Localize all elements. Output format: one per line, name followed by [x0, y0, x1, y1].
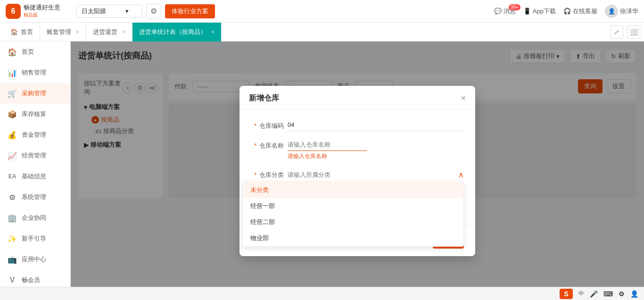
category-select[interactable]: ∧ 未分类 经营一部 经营二部 物业部 — [288, 168, 464, 182]
corp-icon: 🏢 — [8, 213, 17, 223]
category-dropdown: 未分类 经营一部 经营二部 物业部 — [242, 182, 464, 247]
chevron-up-icon[interactable]: ∧ — [458, 170, 464, 179]
keyboard-icon: ⌨ — [603, 290, 613, 298]
tab-accounts[interactable]: 账套管理 × — [40, 23, 86, 42]
user-bottom-icon: 👤 — [630, 290, 638, 298]
content-area: 进货单统计(按商品) 🖨 按模板打印 ▾ ⬆ 导出 ↻ 刷新 — [71, 42, 644, 300]
sidebar-item-sales[interactable]: 📊 销售管理 — [0, 62, 70, 83]
topbar-right: 💬 消息 99+ 📱 App下载 🎧 在线客服 👤 徐泽华 — [494, 5, 638, 18]
message-item[interactable]: 💬 消息 99+ — [494, 7, 516, 16]
sidebar-item-finance[interactable]: 💰 资金管理 — [0, 125, 70, 145]
warehouse-code-input[interactable] — [288, 119, 464, 131]
sales-icon: 📊 — [8, 68, 17, 77]
gear-button[interactable]: ⚙ — [146, 4, 161, 19]
guide-icon: ✨ — [8, 234, 17, 243]
stock-icon: 📦 — [8, 109, 17, 119]
sidebar-item-ops[interactable]: 📈 经营管理 — [0, 145, 70, 166]
tab-close-accounts[interactable]: × — [76, 29, 79, 35]
dropdown-item-dept1[interactable]: 经营一部 — [243, 198, 463, 214]
dropdown-item-dept3[interactable]: 物业部 — [243, 230, 463, 246]
new-warehouse-dialog: 新增仓库 × * 仓库编码 — [239, 86, 475, 256]
category-row: * 仓库分类 ∧ 未分类 经营一部 经营二部 物业部 — [251, 168, 464, 182]
code-row: * 仓库编码 — [251, 119, 464, 131]
sidebar-item-system[interactable]: ⚙ 系统管理 — [0, 187, 70, 208]
app-download-item[interactable]: 📱 App下载 — [523, 7, 556, 16]
finance-icon: 💰 — [8, 130, 17, 140]
name-error-msg: 请输入仓库名称 — [288, 152, 367, 160]
ops-icon: 📈 — [8, 151, 17, 160]
main-layout: 🏠 首页 📊 销售管理 🛒 采购管理 📦 库存核算 💰 资金管理 📈 经营管理 … — [0, 42, 644, 300]
vip-icon: V — [8, 275, 17, 285]
system-icon: ⚙ — [8, 192, 17, 202]
sidebar-item-home[interactable]: 🏠 首页 — [0, 42, 70, 62]
sidebar-item-purchase[interactable]: 🛒 采购管理 — [0, 83, 70, 104]
sidebar-item-basic[interactable]: EA 基础信息 — [0, 166, 70, 187]
tab-returns[interactable]: 进货退货 × — [86, 23, 132, 42]
settings-bottom-icon: ⚙ — [619, 290, 625, 298]
dropdown-item-none[interactable]: 未分类 — [243, 182, 463, 198]
statusbar: S 中 🎤 ⌨ ⚙ 👤 — [0, 287, 644, 300]
dropdown-item-dept2[interactable]: 经营二部 — [243, 214, 463, 230]
tab-stats[interactable]: 进货单统计表（按商品） × — [132, 23, 222, 42]
tab-close-returns[interactable]: × — [122, 29, 125, 35]
category-input[interactable] — [288, 171, 458, 178]
avatar: 👤 — [605, 5, 618, 18]
topbar: 6 畅捷通好生意 精品版 日太阳膜 ▾ ⚙ 体验行业方案 💬 消息 99+ 📱 … — [0, 0, 644, 23]
dialog-close-button[interactable]: × — [461, 94, 466, 102]
sidebar-item-stock[interactable]: 📦 库存核算 — [0, 104, 70, 125]
apps-icon: 📺 — [8, 255, 17, 264]
message-badge: 99+ — [509, 4, 520, 10]
basic-icon: EA — [8, 172, 17, 181]
tab-expand-button[interactable]: ⬜ — [627, 25, 640, 39]
store-select[interactable]: 日太阳膜 ▾ — [76, 5, 142, 18]
bottom-logo-s: S — [560, 289, 573, 299]
name-row: * 仓库名称 请输入仓库名称 — [251, 139, 464, 160]
home-icon: 🏠 — [8, 47, 17, 57]
user-item[interactable]: 👤 徐泽华 — [605, 5, 638, 18]
tab-home[interactable]: 🏠 首页 — [4, 23, 40, 42]
tabbar: 🏠 首页 账套管理 × 进货退货 × 进货单统计表（按商品） × ⤢ ⬜ — [0, 23, 644, 42]
app-sub: 精品版 — [24, 12, 60, 18]
logo-icon: 6 — [6, 4, 21, 19]
tab-close-stats[interactable]: × — [211, 29, 215, 35]
sidebar-item-guide[interactable]: ✨ 新手引导 — [0, 228, 70, 249]
purchase-icon: 🛒 — [8, 89, 17, 98]
sidebar: 🏠 首页 📊 销售管理 🛒 采购管理 📦 库存核算 💰 资金管理 📈 经营管理 … — [0, 42, 71, 300]
app-name: 畅捷通好生意 — [24, 4, 60, 12]
tab-restore-button[interactable]: ⤢ — [610, 25, 623, 39]
logo-area: 6 畅捷通好生意 精品版 — [6, 4, 76, 19]
sidebar-item-corp[interactable]: 🏢 企业协同 — [0, 208, 70, 228]
sidebar-item-apps[interactable]: 📺 应用中心 — [0, 249, 70, 270]
modal-overlay: 新增仓库 × * 仓库编码 — [71, 42, 644, 300]
service-item[interactable]: 🎧 在线客服 — [563, 7, 597, 16]
bottom-lang: 中 — [578, 290, 584, 298]
mic-icon: 🎤 — [590, 290, 598, 298]
warehouse-name-input[interactable] — [288, 139, 367, 151]
dialog-title: 新增仓库 — [249, 93, 279, 103]
trial-button[interactable]: 体验行业方案 — [165, 4, 215, 18]
topbar-center: 日太阳膜 ▾ ⚙ 体验行业方案 — [76, 4, 494, 19]
